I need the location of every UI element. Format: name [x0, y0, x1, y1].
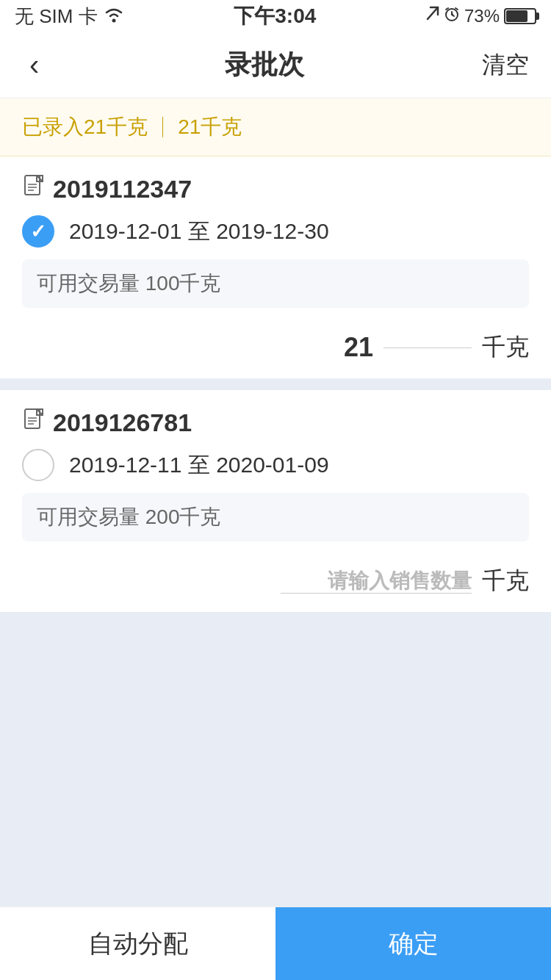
quantity-row-1: 21 千克 — [0, 320, 551, 378]
quantity-input-2[interactable] — [281, 569, 472, 594]
available-label-2: 可用交易量 200千克 — [37, 505, 221, 528]
auto-distribute-button[interactable]: 自动分配 — [0, 907, 276, 980]
batch-id-2: 2019126781 — [53, 408, 192, 437]
batch-header-1: 2019112347 — [0, 156, 551, 209]
quantity-unit-1: 千克 — [482, 331, 529, 364]
batch-date-2: 2019-12-11 至 2020-01-09 — [69, 450, 329, 480]
quantity-unit-2: 千克 — [482, 565, 529, 597]
batch-date-row-2[interactable]: 2019-12-11 至 2020-01-09 — [0, 443, 551, 487]
batch-card-2: 2019126781 2019-12-11 至 2020-01-09 可用交易量… — [0, 390, 551, 612]
confirm-button[interactable]: 确定 — [276, 907, 551, 980]
available-row-1: 可用交易量 100千克 — [22, 259, 529, 308]
bottom-bar: 自动分配 确定 — [0, 907, 551, 980]
status-time: 下午3:04 — [234, 2, 316, 30]
battery-icon — [504, 8, 536, 24]
section-separator — [0, 378, 551, 390]
quantity-row-2: 千克 — [0, 553, 551, 612]
svg-point-0 — [112, 18, 115, 22]
status-bar: 无 SIM 卡 下午3:04 73% — [0, 0, 551, 32]
batch-card-1: 2019112347 2019-12-01 至 2019-12-30 可用交易量… — [0, 156, 551, 378]
battery-percentage: 73% — [464, 6, 500, 26]
available-label-1: 可用交易量 100千克 — [37, 272, 221, 295]
info-divider — [162, 117, 163, 137]
info-bar: 已录入21千克 21千克 — [0, 98, 551, 156]
batch-header-2: 2019126781 — [0, 390, 551, 443]
nav-bar: ‹ 录批次 清空 — [0, 32, 551, 98]
recorded-label: 已录入21千克 — [22, 113, 148, 141]
document-icon-1 — [22, 174, 46, 203]
batch-date-row-1[interactable]: 2019-12-01 至 2019-12-30 — [0, 209, 551, 253]
batch-date-1: 2019-12-01 至 2019-12-30 — [69, 217, 329, 247]
status-right: 73% — [426, 6, 536, 26]
wifi-icon — [104, 5, 124, 28]
radio-button-2[interactable] — [22, 449, 54, 481]
recorded-value: 21千克 — [178, 113, 242, 141]
clear-button[interactable]: 清空 — [482, 49, 529, 82]
radio-button-1[interactable] — [22, 215, 54, 248]
quantity-value-1: 21 — [344, 332, 373, 363]
batch-id-1: 2019112347 — [53, 175, 192, 203]
available-row-2: 可用交易量 200千克 — [22, 493, 529, 541]
main-content: 已录入21千克 21千克 2019112347 2019-12-01 至 201… — [0, 98, 551, 980]
document-icon-2 — [22, 408, 46, 437]
alarm-icon — [444, 6, 460, 26]
carrier-label: 无 SIM 卡 — [15, 4, 98, 29]
location-icon — [426, 6, 439, 26]
back-button[interactable]: ‹ — [22, 41, 46, 89]
page-title: 录批次 — [225, 47, 304, 83]
status-left: 无 SIM 卡 — [15, 4, 124, 29]
